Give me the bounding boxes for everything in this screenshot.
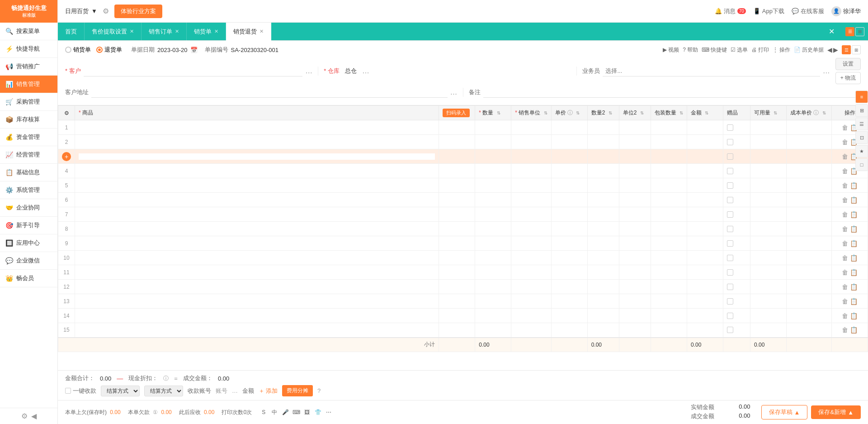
amount-cell-12[interactable] [687, 280, 723, 294]
unit-cell-1[interactable] [511, 120, 551, 135]
unit-cell-10[interactable] [511, 251, 551, 265]
notice-button[interactable]: 🔔 消息 70 [715, 7, 746, 15]
account-ellipsis-btn[interactable]: 账号 [216, 387, 227, 395]
amount-cell-3[interactable] [687, 149, 723, 164]
amount-cell-8[interactable] [687, 222, 723, 236]
amount-cell-14[interactable] [687, 309, 723, 323]
toolbar-img-icon[interactable]: 🖼 [302, 408, 311, 417]
cost-cell-6[interactable] [787, 193, 832, 207]
cost-cell-12[interactable] [787, 280, 832, 294]
unit2-cell-2[interactable] [619, 135, 651, 149]
qty2-cell-8[interactable] [587, 222, 619, 236]
qty2-cell-2[interactable] [587, 135, 619, 149]
industry-dropdown[interactable]: 日用百货 ▼ [65, 7, 97, 15]
qty2-cell-13[interactable] [587, 294, 619, 309]
copy-icon-9[interactable]: 📋 [850, 240, 858, 247]
unit2-cell-13[interactable] [619, 294, 651, 309]
pack-cell-15[interactable] [651, 323, 687, 338]
gift-cb-13[interactable] [727, 298, 733, 305]
qty2-cell-12[interactable] [587, 280, 619, 294]
amount-cell-1[interactable] [687, 120, 723, 135]
radio-return[interactable]: 退货单 [96, 46, 122, 54]
available-cell-2[interactable] [750, 135, 787, 149]
delete-icon-8[interactable]: 🗑 [842, 225, 848, 233]
gift-cb-10[interactable] [727, 255, 733, 261]
product-cell-4[interactable] [75, 164, 439, 178]
unit2-cell-14[interactable] [619, 309, 651, 323]
unit-cell-5[interactable] [511, 178, 551, 193]
delete-icon-15[interactable]: 🗑 [842, 326, 848, 333]
pack-cell-10[interactable] [651, 251, 687, 265]
pack-cell-1[interactable] [651, 120, 687, 135]
price-cell-12[interactable] [551, 280, 587, 294]
layout-grid-btn[interactable]: ⊞ [855, 27, 864, 36]
price-info-icon[interactable]: ⓘ [567, 110, 573, 116]
account-ellipsis2-btn[interactable]: … [232, 387, 238, 394]
available-cell-15[interactable] [750, 323, 787, 338]
next-record-btn[interactable]: ▶ [833, 46, 838, 53]
tab-sales-order[interactable]: 销售订单 ✕ [142, 23, 187, 41]
radio-sale[interactable]: 销货单 [65, 46, 91, 54]
toolbar-mic-icon[interactable]: 🎤 [281, 408, 290, 417]
note-input[interactable] [483, 87, 861, 98]
right-quick-lines[interactable]: ☰ [855, 118, 868, 130]
price-cell-7[interactable] [551, 207, 587, 222]
sidebar-item-purchase[interactable]: 🛒 采购管理 [0, 93, 57, 111]
product-cell-8[interactable] [75, 222, 439, 236]
settle-method-select[interactable]: 结算方式 [101, 386, 140, 396]
price-cell-6[interactable] [551, 193, 587, 207]
unit2-cell-8[interactable] [619, 222, 651, 236]
right-quick-box[interactable]: ⊡ [855, 131, 868, 144]
qty-cell-15[interactable] [475, 323, 511, 338]
pack-cell-6[interactable] [651, 193, 687, 207]
form-layout-grid-btn[interactable]: ⊞ [852, 45, 861, 54]
select-btn[interactable]: ☑ 选单 [731, 46, 748, 54]
pack-cell-13[interactable] [651, 294, 687, 309]
available-sort-icon[interactable]: ⇅ [774, 110, 777, 115]
form-layout-list-btn[interactable]: ☰ [842, 45, 851, 54]
qty2-cell-6[interactable] [587, 193, 619, 207]
amount-cell-9[interactable] [687, 236, 723, 251]
unit2-cell-9[interactable] [619, 236, 651, 251]
pack-cell-9[interactable] [651, 236, 687, 251]
sidebar-item-search[interactable]: 🔍 搜索菜单 [0, 23, 57, 40]
price-cell-11[interactable] [551, 265, 587, 280]
discount-info-icon[interactable]: ⓘ [163, 375, 169, 382]
qty2-cell-14[interactable] [587, 309, 619, 323]
right-quick-star[interactable]: ★ [855, 145, 868, 157]
cost-cell-13[interactable] [787, 294, 832, 309]
price-sort-icon[interactable]: ⇅ [576, 110, 580, 115]
cost-cell-14[interactable] [787, 309, 832, 323]
product-cell-11[interactable] [75, 265, 439, 280]
price-cell-9[interactable] [551, 236, 587, 251]
copy-icon-14[interactable]: 📋 [850, 312, 858, 319]
toolbar-kb-icon[interactable]: ⌨ [292, 408, 301, 417]
product-cell-15[interactable] [75, 323, 439, 338]
price-cell-5[interactable] [551, 178, 587, 193]
sidebar-item-operations[interactable]: 📈 经营管理 [0, 146, 57, 164]
product-cell-5[interactable] [75, 178, 439, 193]
price-cell-2[interactable] [551, 135, 587, 149]
price-cell-1[interactable] [551, 120, 587, 135]
unit2-cell-5[interactable] [619, 178, 651, 193]
unit2-cell-6[interactable] [619, 193, 651, 207]
price-cell-8[interactable] [551, 222, 587, 236]
qty-cell-7[interactable] [475, 207, 511, 222]
cost-cell-7[interactable] [787, 207, 832, 222]
delete-icon-13[interactable]: 🗑 [842, 298, 848, 305]
close-all-tabs-btn[interactable]: ✕ [823, 27, 840, 36]
scan-input-btn[interactable]: 扫码录入 [443, 109, 470, 117]
delete-icon-4[interactable]: 🗑 [842, 167, 848, 175]
tab-close-sales-bill[interactable]: ✕ [214, 29, 218, 34]
qty-cell-1[interactable] [475, 120, 511, 135]
product-cell-10[interactable] [75, 251, 439, 265]
pack-cell-12[interactable] [651, 280, 687, 294]
delete-icon-3[interactable]: 🗑 [842, 153, 848, 160]
unit-cell-14[interactable] [511, 309, 551, 323]
available-cell-3[interactable] [750, 149, 787, 164]
sidebar-item-wechat[interactable]: 💬 企业微信 [0, 252, 57, 270]
qty-cell-8[interactable] [475, 222, 511, 236]
copy-icon-13[interactable]: 📋 [850, 298, 858, 305]
tab-home[interactable]: 首页 [58, 23, 85, 41]
delete-icon-14[interactable]: 🗑 [842, 312, 848, 319]
